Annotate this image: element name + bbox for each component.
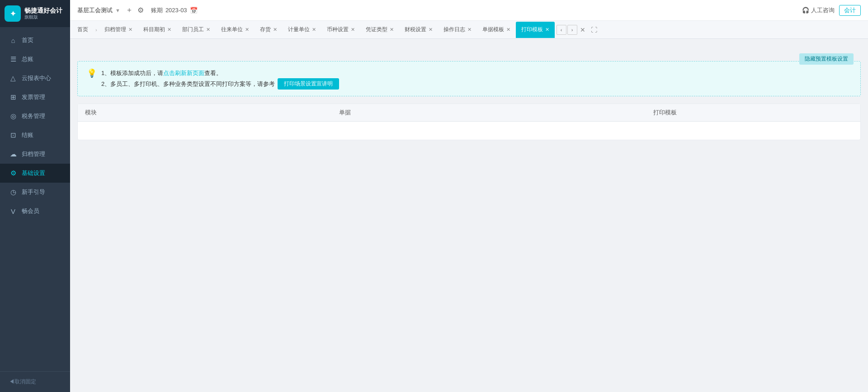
tab-supplier-label: 往来单位 bbox=[221, 26, 243, 33]
tab-sep: › bbox=[95, 27, 97, 33]
table-header: 模块 单据 打印模板 bbox=[78, 104, 860, 122]
sidebar-label-archive: 归档管理 bbox=[22, 150, 45, 158]
tab-supplier[interactable]: 往来单位 ✕ bbox=[216, 22, 255, 38]
tab-measure[interactable]: 计量单位 ✕ bbox=[283, 22, 321, 38]
ledger-icon: ☰ bbox=[9, 55, 17, 63]
logo-text-block: 畅捷通好会计 旗舰版 bbox=[24, 7, 62, 21]
sidebar: ✦ 畅捷通好会计 旗舰版 ⌂ 首页 ☰ 总账 △ 云报表中心 ⊞ 发票管理 ◎ … bbox=[0, 0, 70, 392]
notice-text-2: 2、多员工、多打印机、多种业务类型设置不同打印方案等，请参考 bbox=[101, 79, 275, 89]
company-selector[interactable]: 基层工会测试 ▼ bbox=[77, 6, 120, 14]
tab-archive[interactable]: 归档管理 ✕ bbox=[99, 22, 138, 38]
tab-home[interactable]: 首页 bbox=[72, 22, 94, 38]
notice-line-2: 2、多员工、多打印机、多种业务类型设置不同打印方案等，请参考 打印场景设置宣讲明 bbox=[101, 78, 339, 90]
page-content: 隐藏预置模板设置 💡 1、模板添加成功后，请点击刷新新页面查看。 2、多员工、多… bbox=[70, 39, 868, 392]
tab-simple-template-close-icon[interactable]: ✕ bbox=[506, 27, 510, 33]
account-type-badge[interactable]: 会计 bbox=[839, 5, 861, 16]
tab-currency[interactable]: 币种设置 ✕ bbox=[321, 22, 360, 38]
topbar: 基层工会测试 ▼ ＋ ⚙ 账期 2023-03 📅 🎧 人工咨询 会计 bbox=[70, 0, 868, 21]
tab-operation-log-label: 操作日志 bbox=[443, 26, 465, 33]
sidebar-label-ledger: 总账 bbox=[22, 55, 33, 63]
sidebar-item-invoice[interactable]: ⊞ 发票管理 bbox=[0, 88, 70, 107]
invoice-icon: ⊞ bbox=[9, 93, 17, 101]
sidebar-label-reports: 云报表中心 bbox=[22, 74, 51, 82]
sidebar-label-member: 畅会员 bbox=[22, 207, 39, 215]
tab-stock-close-icon[interactable]: ✕ bbox=[273, 27, 277, 33]
reports-icon: △ bbox=[9, 74, 17, 82]
content-wrapper: 隐藏预置模板设置 💡 1、模板添加成功后，请点击刷新新页面查看。 2、多员工、多… bbox=[77, 46, 861, 140]
period-label: 账期 bbox=[151, 6, 163, 14]
table-col-voucher: 单据 bbox=[332, 109, 646, 117]
tab-measure-close-icon[interactable]: ✕ bbox=[312, 27, 316, 33]
tab-subject[interactable]: 科目期初 ✕ bbox=[138, 22, 177, 38]
tab-operation-log[interactable]: 操作日志 ✕ bbox=[438, 22, 477, 38]
member-icon: V bbox=[9, 208, 17, 215]
period-info: 账期 2023-03 📅 bbox=[151, 6, 198, 14]
tab-currency-close-icon[interactable]: ✕ bbox=[351, 27, 355, 33]
sidebar-label-guide: 新手引导 bbox=[22, 188, 45, 196]
headset-icon: 🎧 bbox=[802, 7, 809, 14]
tab-simple-template-label: 单据模板 bbox=[482, 26, 504, 33]
topbar-right: 🎧 人工咨询 会计 bbox=[802, 5, 861, 16]
add-tab-button[interactable]: ＋ bbox=[126, 5, 133, 15]
customer-service-button[interactable]: 🎧 人工咨询 bbox=[802, 6, 835, 14]
tab-supplier-close-icon[interactable]: ✕ bbox=[245, 27, 249, 33]
tab-tax-settings[interactable]: 财税设置 ✕ bbox=[399, 22, 438, 38]
sidebar-unpin-button[interactable]: ◀︎取消固定 bbox=[0, 371, 70, 392]
main-area: 基层工会测试 ▼ ＋ ⚙ 账期 2023-03 📅 🎧 人工咨询 会计 首页 ›… bbox=[70, 0, 868, 392]
closing-icon: ⊡ bbox=[9, 131, 17, 139]
sidebar-item-member[interactable]: V 畅会员 bbox=[0, 202, 70, 221]
tab-tax-settings-label: 财税设置 bbox=[405, 26, 426, 33]
hide-preset-templates-button[interactable]: 隐藏预置模板设置 bbox=[799, 53, 854, 65]
tab-archive-close-icon[interactable]: ✕ bbox=[128, 27, 132, 33]
expand-button[interactable]: ⛶ bbox=[588, 25, 600, 34]
tab-department-label: 部门员工 bbox=[182, 26, 204, 33]
sidebar-label-home: 首页 bbox=[22, 36, 33, 44]
tab-stock-label: 存货 bbox=[260, 26, 271, 33]
notice-row: 💡 1、模板添加成功后，请点击刷新新页面查看。 2、多员工、多打印机、多种业务类… bbox=[87, 68, 851, 90]
sidebar-item-reports[interactable]: △ 云报表中心 bbox=[0, 69, 70, 88]
sidebar-item-archive[interactable]: ☁ 归档管理 bbox=[0, 145, 70, 164]
sidebar-item-ledger[interactable]: ☰ 总账 bbox=[0, 50, 70, 69]
tab-operation-log-close-icon[interactable]: ✕ bbox=[467, 27, 472, 33]
sidebar-nav: ⌂ 首页 ☰ 总账 △ 云报表中心 ⊞ 发票管理 ◎ 税务管理 ⊡ 结账 ☁ 归… bbox=[0, 27, 70, 371]
calendar-icon[interactable]: 📅 bbox=[190, 7, 198, 14]
notice-text-1b: 查看。 bbox=[204, 70, 222, 76]
sidebar-item-settings[interactable]: ⚙ 基础设置 bbox=[0, 164, 70, 183]
tab-subject-label: 科目期初 bbox=[143, 26, 165, 33]
notice-text-1: 1、模板添加成功后，请 bbox=[101, 70, 163, 76]
sidebar-item-closing[interactable]: ⊡ 结账 bbox=[0, 126, 70, 145]
archive-icon: ☁ bbox=[9, 150, 17, 158]
tab-department[interactable]: 部门员工 ✕ bbox=[177, 22, 216, 38]
logo-icon: ✦ bbox=[5, 5, 21, 22]
sidebar-item-tax[interactable]: ◎ 税务管理 bbox=[0, 107, 70, 126]
topbar-actions: ＋ ⚙ bbox=[126, 5, 144, 15]
tab-prev-button[interactable]: ‹ bbox=[557, 25, 566, 35]
tab-next-button[interactable]: › bbox=[567, 25, 577, 35]
tab-simple-template[interactable]: 单据模板 ✕ bbox=[477, 22, 516, 38]
tab-department-close-icon[interactable]: ✕ bbox=[206, 27, 210, 33]
tab-voucher-type[interactable]: 凭证类型 ✕ bbox=[360, 22, 399, 38]
tab-tax-settings-close-icon[interactable]: ✕ bbox=[429, 27, 433, 33]
tab-voucher-type-label: 凭证类型 bbox=[366, 26, 387, 33]
settings-gear-button[interactable]: ⚙ bbox=[137, 6, 144, 14]
table-body bbox=[78, 122, 860, 140]
tab-voucher-type-close-icon[interactable]: ✕ bbox=[390, 27, 394, 33]
sidebar-item-guide[interactable]: ◷ 新手引导 bbox=[0, 183, 70, 202]
tab-stock[interactable]: 存货 ✕ bbox=[255, 22, 283, 38]
sidebar-item-home[interactable]: ⌂ 首页 bbox=[0, 31, 70, 50]
logo-sub: 旗舰版 bbox=[24, 14, 62, 20]
tab-print-template-close-icon[interactable]: ✕ bbox=[545, 27, 549, 33]
tab-measure-label: 计量单位 bbox=[288, 26, 310, 33]
tab-subject-close-icon[interactable]: ✕ bbox=[167, 27, 171, 33]
close-all-tabs-button[interactable]: ✕ bbox=[577, 25, 588, 34]
tab-print-template[interactable]: 打印模板 ✕ bbox=[516, 22, 555, 38]
refresh-link[interactable]: 点击刷新新页面 bbox=[163, 70, 204, 76]
tab-print-template-label: 打印模板 bbox=[521, 26, 543, 33]
notice-box: 💡 1、模板添加成功后，请点击刷新新页面查看。 2、多员工、多打印机、多种业务类… bbox=[77, 61, 861, 96]
data-table: 模块 单据 打印模板 bbox=[77, 104, 861, 140]
customer-service-label: 人工咨询 bbox=[811, 6, 835, 14]
home-icon: ⌂ bbox=[9, 37, 17, 44]
notice-content: 1、模板添加成功后，请点击刷新新页面查看。 2、多员工、多打印机、多种业务类型设… bbox=[101, 68, 339, 90]
print-scene-button[interactable]: 打印场景设置宣讲明 bbox=[278, 78, 339, 90]
sidebar-label-closing: 结账 bbox=[22, 131, 33, 139]
